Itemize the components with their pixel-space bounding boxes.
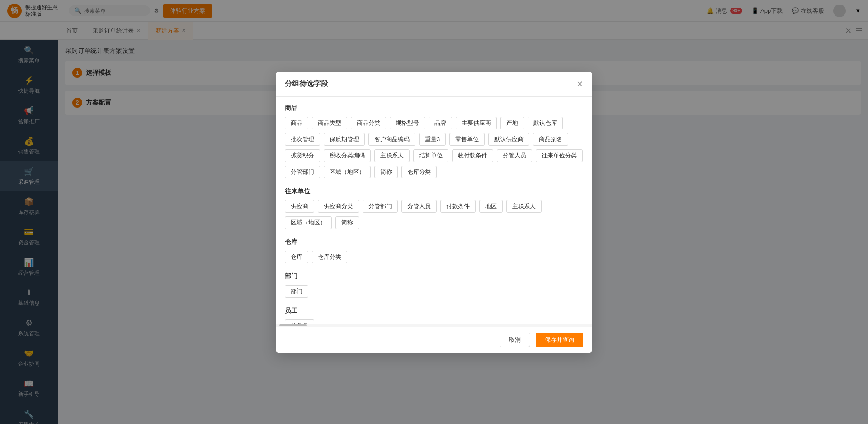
field-tag-零售单位[interactable]: 零售单位: [449, 133, 485, 146]
field-tag-产地[interactable]: 产地: [500, 117, 524, 129]
section-employee: 员工业务员: [285, 307, 583, 324]
cancel-button[interactable]: 取消: [500, 333, 530, 347]
section-title-department: 部门: [285, 272, 583, 281]
field-tag-供应商[interactable]: 供应商: [285, 200, 314, 213]
section-warehouse: 仓库仓库仓库分类: [285, 238, 583, 263]
field-tag-拣货积分[interactable]: 拣货积分: [285, 149, 320, 162]
field-tag-简称[interactable]: 简称: [335, 216, 359, 229]
modal-body: 商品商品商品类型商品分类规格型号品牌主要供应商产地默认仓库批次管理保质期管理客户…: [276, 97, 592, 324]
field-tag-规格型号[interactable]: 规格型号: [390, 117, 425, 129]
field-tag-地区[interactable]: 地区: [479, 200, 503, 213]
field-tag-仓库分类[interactable]: 仓库分类: [312, 251, 347, 263]
field-tag-收付款条件[interactable]: 收付款条件: [452, 149, 493, 162]
field-tag-默认仓库[interactable]: 默认仓库: [528, 117, 563, 129]
field-tag-分管部门[interactable]: 分管部门: [363, 200, 398, 213]
field-tag-分管人员[interactable]: 分管人员: [497, 149, 532, 162]
field-tag-业务员[interactable]: 业务员: [285, 319, 314, 324]
section-product: 商品商品商品类型商品分类规格型号品牌主要供应商产地默认仓库批次管理保质期管理客户…: [285, 104, 583, 178]
modal: 分组待选字段 ✕ 商品商品商品类型商品分类规格型号品牌主要供应商产地默认仓库批次…: [276, 72, 592, 353]
section-title-product: 商品: [285, 104, 583, 112]
field-tag-默认供应商[interactable]: 默认供应商: [488, 133, 529, 146]
field-tag-商品分类[interactable]: 商品分类: [351, 117, 386, 129]
field-tag-简称[interactable]: 简称: [374, 166, 398, 178]
field-tag-付款条件[interactable]: 付款条件: [440, 200, 476, 213]
field-tag-结算单位[interactable]: 结算单位: [413, 149, 448, 162]
field-tag-部门[interactable]: 部门: [285, 285, 308, 298]
field-tag-区域（地区）[interactable]: 区域（地区）: [285, 216, 332, 229]
field-tag-品牌[interactable]: 品牌: [429, 117, 452, 129]
field-tag-仓库分类[interactable]: 仓库分类: [401, 166, 437, 178]
field-tag-商品[interactable]: 商品: [285, 117, 308, 129]
modal-title: 分组待选字段: [285, 79, 328, 89]
section-tags-department: 部门: [285, 285, 583, 298]
field-tag-区域（地区）[interactable]: 区域（地区）: [324, 166, 371, 178]
field-tag-仓库[interactable]: 仓库: [285, 251, 308, 263]
field-tag-分管人员[interactable]: 分管人员: [401, 200, 437, 213]
section-partner: 往来单位供应商供应商分类分管部门分管人员付款条件地区主联系人区域（地区）简称: [285, 187, 583, 229]
section-tags-warehouse: 仓库仓库分类: [285, 251, 583, 263]
modal-header: 分组待选字段 ✕: [276, 72, 592, 97]
field-tag-重量3[interactable]: 重量3: [419, 133, 446, 146]
modal-footer: 取消 保存并查询: [276, 327, 592, 353]
field-tag-往来单位分类[interactable]: 往来单位分类: [536, 149, 583, 162]
section-tags-partner: 供应商供应商分类分管部门分管人员付款条件地区主联系人区域（地区）简称: [285, 200, 583, 229]
field-tag-商品别名[interactable]: 商品别名: [533, 133, 568, 146]
field-tag-分管部门[interactable]: 分管部门: [285, 166, 320, 178]
field-tag-税收分类编码[interactable]: 税收分类编码: [324, 149, 371, 162]
field-tag-保质期管理[interactable]: 保质期管理: [324, 133, 365, 146]
modal-overlay: 分组待选字段 ✕ 商品商品商品类型商品分类规格型号品牌主要供应商产地默认仓库批次…: [0, 0, 868, 424]
field-tag-主联系人[interactable]: 主联系人: [374, 149, 410, 162]
field-tag-供应商分类[interactable]: 供应商分类: [318, 200, 359, 213]
section-title-partner: 往来单位: [285, 187, 583, 195]
field-tag-主联系人[interactable]: 主联系人: [506, 200, 542, 213]
section-title-employee: 员工: [285, 307, 583, 315]
field-tag-商品类型[interactable]: 商品类型: [312, 117, 347, 129]
confirm-button[interactable]: 保存并查询: [536, 333, 583, 347]
section-department: 部门部门: [285, 272, 583, 298]
field-tag-主要供应商[interactable]: 主要供应商: [456, 117, 497, 129]
section-title-warehouse: 仓库: [285, 238, 583, 246]
field-tag-批次管理[interactable]: 批次管理: [285, 133, 320, 146]
modal-close-button[interactable]: ✕: [576, 79, 583, 89]
field-tag-客户商品编码[interactable]: 客户商品编码: [368, 133, 415, 146]
section-tags-employee: 业务员: [285, 319, 583, 324]
section-tags-product: 商品商品类型商品分类规格型号品牌主要供应商产地默认仓库批次管理保质期管理客户商品…: [285, 117, 583, 178]
